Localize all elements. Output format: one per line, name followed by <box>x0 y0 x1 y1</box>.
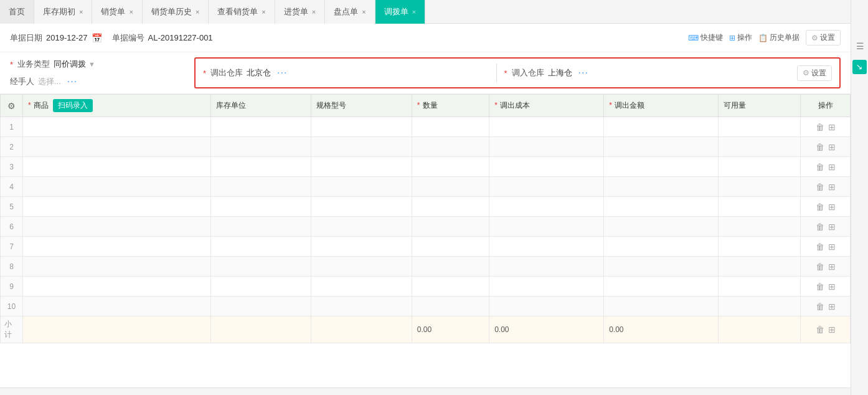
cell-available[interactable] <box>719 117 801 137</box>
tab-transfer[interactable]: 调拨单 × <box>375 0 425 24</box>
cell-spec[interactable] <box>311 277 412 297</box>
cell-available[interactable] <box>719 297 801 316</box>
cell-quantity[interactable] <box>412 277 489 297</box>
cell-amount[interactable] <box>604 237 719 257</box>
copy-icon[interactable]: ⊞ <box>828 162 836 172</box>
delete-icon[interactable]: 🗑 <box>816 302 824 312</box>
cell-spec[interactable] <box>311 117 412 137</box>
copy-icon[interactable]: ⊞ <box>828 302 836 312</box>
target-warehouse-more-btn[interactable]: ··· <box>576 67 591 79</box>
cell-spec[interactable] <box>311 237 412 257</box>
cell-unit[interactable] <box>210 257 311 277</box>
cell-product[interactable] <box>23 217 211 237</box>
table-row[interactable]: 小计 0.00 0.00 0.00 🗑 ⊞ <box>1 316 851 343</box>
cell-available[interactable] <box>719 237 801 257</box>
cell-cost[interactable] <box>489 217 604 237</box>
cell-unit[interactable] <box>210 217 311 237</box>
cell-unit[interactable] <box>210 177 311 197</box>
cell-available[interactable] <box>719 157 801 177</box>
delete-icon[interactable]: 🗑 <box>816 202 824 212</box>
cell-cost[interactable] <box>489 117 604 137</box>
tab-inventory[interactable]: 盘点单 × <box>325 0 375 24</box>
tab-homepage[interactable]: 首页 <box>0 0 34 24</box>
copy-icon[interactable]: ⊞ <box>828 242 836 252</box>
cell-amount[interactable] <box>604 117 719 137</box>
cell-cost[interactable] <box>489 137 604 157</box>
tab-purchase[interactable]: 进货单 × <box>275 0 325 24</box>
cell-cost[interactable] <box>489 197 604 217</box>
cell-cost[interactable] <box>489 277 604 297</box>
table-row[interactable]: 5 🗑 ⊞ <box>1 197 851 217</box>
tab-close-icon[interactable]: × <box>129 8 133 16</box>
delete-icon[interactable]: 🗑 <box>816 182 824 192</box>
table-header-settings[interactable]: ⚙ <box>1 95 23 117</box>
table-row[interactable]: 2 🗑 ⊞ <box>1 137 851 157</box>
cell-amount[interactable] <box>604 137 719 157</box>
copy-icon[interactable]: ⊞ <box>828 122 836 132</box>
cell-quantity[interactable] <box>412 297 489 316</box>
tab-close-icon[interactable]: × <box>79 8 83 16</box>
tab-sales-history[interactable]: 销货单历史 × <box>143 0 209 24</box>
table-row[interactable]: 6 🗑 ⊞ <box>1 217 851 237</box>
cell-product[interactable] <box>23 257 211 277</box>
business-type-select[interactable]: 同价调拨 ▼ <box>54 59 95 70</box>
settings-button[interactable]: ⚙ 设置 <box>806 30 841 45</box>
right-panel-export-icon[interactable]: ↗ <box>852 60 867 74</box>
tab-view-sales[interactable]: 查看销货单 × <box>209 0 275 24</box>
cell-quantity[interactable] <box>412 197 489 217</box>
right-panel-list-icon[interactable]: ☰ <box>855 37 865 55</box>
cell-cost[interactable] <box>489 157 604 177</box>
cell-spec[interactable] <box>311 137 412 157</box>
operations-btn[interactable]: ⊞ 操作 <box>729 32 752 43</box>
copy-icon[interactable]: ⊞ <box>828 282 836 292</box>
cell-amount[interactable] <box>604 217 719 237</box>
cell-unit[interactable] <box>210 277 311 297</box>
tab-sales-order[interactable]: 销货单 × <box>92 0 142 24</box>
cell-spec[interactable] <box>311 197 412 217</box>
table-row[interactable]: 8 🗑 ⊞ <box>1 257 851 277</box>
cell-amount[interactable] <box>604 297 719 316</box>
tab-close-icon[interactable]: × <box>196 8 199 16</box>
cell-cost[interactable] <box>489 237 604 257</box>
cell-product[interactable] <box>23 117 211 137</box>
cell-product[interactable] <box>23 157 211 177</box>
cell-product[interactable] <box>23 197 211 217</box>
cell-unit[interactable] <box>210 297 311 316</box>
table-row[interactable]: 3 🗑 ⊞ <box>1 157 851 177</box>
cell-quantity[interactable] <box>412 257 489 277</box>
tab-inventory-init[interactable]: 库存期初 × <box>34 0 92 24</box>
source-warehouse-more-btn[interactable]: ··· <box>275 67 290 79</box>
gear-icon[interactable]: ⚙ <box>7 101 16 111</box>
cell-spec[interactable] <box>311 177 412 197</box>
cell-unit[interactable] <box>210 137 311 157</box>
delete-icon[interactable]: 🗑 <box>816 282 824 292</box>
cell-available[interactable] <box>719 257 801 277</box>
cell-available[interactable] <box>719 217 801 237</box>
cell-quantity[interactable] <box>412 157 489 177</box>
handler-placeholder[interactable]: 选择... <box>38 76 61 87</box>
cell-spec[interactable] <box>311 157 412 177</box>
cell-amount[interactable] <box>604 277 719 297</box>
delete-icon[interactable]: 🗑 <box>816 162 824 172</box>
cell-cost[interactable] <box>489 257 604 277</box>
cell-cost[interactable] <box>489 297 604 316</box>
cell-unit[interactable] <box>210 157 311 177</box>
cell-available[interactable] <box>719 197 801 217</box>
cell-spec[interactable] <box>311 257 412 277</box>
delete-icon[interactable]: 🗑 <box>816 122 824 132</box>
cell-available[interactable] <box>719 137 801 157</box>
cell-product[interactable] <box>23 297 211 316</box>
delete-icon[interactable]: 🗑 <box>816 325 824 335</box>
tab-close-icon[interactable]: × <box>262 8 265 16</box>
copy-icon[interactable]: ⊞ <box>828 262 836 272</box>
cell-amount[interactable] <box>604 177 719 197</box>
cell-spec[interactable] <box>311 297 412 316</box>
cell-product[interactable] <box>23 177 211 197</box>
cell-quantity[interactable] <box>412 117 489 137</box>
cell-quantity[interactable] <box>412 177 489 197</box>
cell-quantity[interactable] <box>412 237 489 257</box>
cell-cost[interactable] <box>489 177 604 197</box>
cell-product[interactable] <box>23 237 211 257</box>
cell-product[interactable] <box>23 277 211 297</box>
scan-button[interactable]: 扫码录入 <box>53 99 93 112</box>
